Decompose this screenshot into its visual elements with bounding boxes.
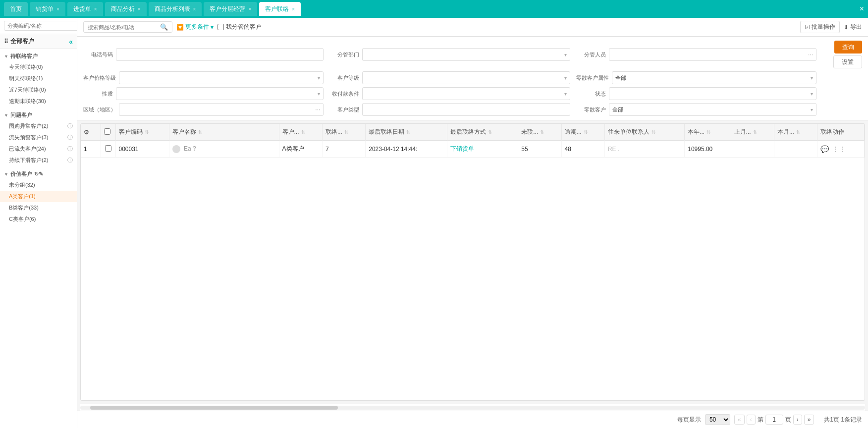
filter-bar: 🔍 🔽 更多条件 ▾ 我分管的客户 ☑ 批量操作 ⬇ 导出 (77, 18, 868, 37)
value-refresh-icon[interactable]: ↻ (34, 171, 39, 177)
my-customer-checkbox[interactable] (217, 24, 224, 30)
cell-checkbox (101, 141, 115, 158)
retail-attr-value: 全部 (615, 74, 626, 82)
more-filters-arrow: ▾ (211, 24, 214, 31)
col-last-method-sort-icon[interactable]: ⇅ (488, 129, 492, 135)
dept-field: 分管部门 ▾ (329, 48, 570, 61)
nav-tab-sales[interactable]: 销货单 × (30, 2, 65, 16)
col-settings[interactable]: ⚙ (81, 124, 101, 141)
row-checkbox[interactable] (105, 145, 111, 152)
close-all-button[interactable]: × (860, 4, 864, 13)
status-arrow-icon: ▾ (811, 91, 813, 97)
status-select[interactable]: ▾ (609, 87, 816, 100)
cell-level: A类客户 (279, 141, 322, 158)
current-page-input[interactable] (765, 415, 783, 425)
nav-tab-goods-analysis[interactable]: 商品分析 × (105, 2, 147, 16)
sidebar-item-declining[interactable]: 持续下滑客户(2) ⓘ (0, 155, 77, 166)
close-customer-segment-icon[interactable]: × (248, 6, 251, 12)
customer-type-input[interactable] (362, 103, 570, 116)
close-goods-analysis-icon[interactable]: × (138, 6, 141, 12)
sidebar-item-churned[interactable]: 已流失客户(24) ⓘ (0, 143, 77, 155)
dept-select[interactable]: ▾ (362, 48, 570, 61)
nature-select[interactable]: ▾ (116, 87, 324, 100)
sidebar-item-b-class[interactable]: B类客户(33) (0, 202, 77, 214)
sidebar-item-a-class[interactable]: A类客户(1) (0, 191, 77, 202)
nav-tab-goods-analysis-list[interactable]: 商品分析列表 × (149, 2, 202, 16)
more-action-icon[interactable]: ⋮⋮ (832, 145, 846, 153)
batch-action-button[interactable]: ☑ 批量操作 (800, 21, 840, 33)
churned-info-icon: ⓘ (67, 145, 73, 153)
sidebar-collapse-icon[interactable]: « (69, 38, 73, 46)
sidebar-item-ungrouped[interactable]: 未分组(32) (0, 179, 77, 191)
row-contact: 7 (326, 146, 329, 153)
sidebar-item-tomorrow[interactable]: 明天待联络(1) (0, 73, 77, 84)
col-this-year-sort-icon[interactable]: ⇅ (706, 129, 710, 135)
settings-gear-icon[interactable]: ⚙ (84, 129, 89, 136)
nav-tab-customer-contact[interactable]: 客户联络 × (259, 2, 301, 16)
sidebar-item-c-class[interactable]: C类客户(6) (0, 214, 77, 225)
next-page-button[interactable]: › (793, 415, 802, 425)
settings-button[interactable]: 设置 (833, 55, 862, 68)
chat-action-icon[interactable]: 💬 (820, 145, 829, 153)
row-last-method-link[interactable]: 下销货单 (450, 145, 474, 152)
col-visit-header: 往来单位联系人 ⇅ (604, 124, 684, 141)
col-action-label: 联络动作 (820, 128, 844, 135)
nav-tab-home[interactable]: 首页 (4, 2, 28, 16)
col-visit-sort-icon[interactable]: ⇅ (651, 129, 655, 135)
payment-field: 收付款条件 ▾ (329, 87, 570, 100)
select-all-checkbox[interactable] (104, 128, 110, 135)
nav-tab-purchase[interactable]: 进货单 × (67, 2, 103, 16)
sidebar-item-overdue[interactable]: 逾期未联络(30) (0, 96, 77, 107)
sidebar-item-7days[interactable]: 近7天待联络(0) (0, 84, 77, 96)
close-customer-contact-icon[interactable]: × (292, 6, 295, 12)
row-level: A类客户 (282, 145, 304, 152)
prev-page-button[interactable]: ‹ (747, 415, 756, 425)
col-last-date-sort-icon[interactable]: ⇅ (406, 129, 410, 135)
nav-tab-customer-segment[interactable]: 客户分层经营 × (204, 2, 257, 16)
value-edit-icon[interactable]: ✎ (39, 171, 43, 177)
page-label: 页 (785, 416, 791, 424)
price-level-select[interactable]: ▾ (119, 71, 324, 84)
sidebar-item-today[interactable]: 今天待联络(0) (0, 61, 77, 73)
col-level-sort-icon[interactable]: ⇅ (301, 129, 305, 135)
col-last-month-sort-icon[interactable]: ⇅ (753, 129, 757, 135)
col-visit-label: 往来单位联系人 (608, 128, 650, 136)
nature-field: 性质 ▾ (83, 87, 324, 100)
more-filters-button[interactable]: 🔽 更多条件 ▾ (176, 23, 214, 31)
col-name-sort-icon[interactable]: ⇅ (198, 129, 202, 135)
close-purchase-icon[interactable]: × (94, 6, 97, 12)
c-class-label: C类客户(6) (9, 215, 36, 223)
payment-select[interactable]: ▾ (362, 87, 570, 100)
col-uncontacted-sort-icon[interactable]: ⇅ (540, 129, 544, 135)
manager-input[interactable]: ··· (609, 48, 816, 61)
phone-input[interactable] (116, 48, 324, 61)
sidebar-item-hoarding[interactable]: 囤购异常客户(2) ⓘ (0, 120, 77, 132)
main-search-icon[interactable]: 🔍 (160, 23, 168, 31)
export-button[interactable]: ⬇ 导出 (844, 23, 862, 31)
col-contact-sort-icon[interactable]: ⇅ (344, 129, 348, 135)
scroll-thumb[interactable] (90, 406, 338, 410)
region-input[interactable]: ··· (119, 103, 324, 116)
cell-index: 1 (81, 141, 101, 158)
col-code-sort-icon[interactable]: ⇅ (145, 129, 149, 135)
retail-attr-select[interactable]: 全部 ▾ (612, 71, 816, 84)
home-label: 首页 (10, 5, 22, 13)
close-sales-icon[interactable]: × (56, 6, 59, 12)
scroll-track[interactable] (80, 406, 865, 410)
close-goods-analysis-list-icon[interactable]: × (193, 6, 196, 12)
first-page-button[interactable]: « (734, 415, 745, 425)
batch-checkbox-icon: ☑ (805, 24, 810, 31)
sidebar: 🔍 ⠿ 全部客户 « ▼ 待联络客户 今天待联络(0) 明天待联络(1) 近7天… (0, 18, 77, 428)
col-overdue-sort-icon[interactable]: ⇅ (584, 129, 588, 135)
query-button[interactable]: 查询 (834, 41, 862, 54)
last-page-button[interactable]: » (804, 415, 814, 425)
main-search-input[interactable] (88, 24, 160, 30)
page-size-select[interactable]: 20 50 100 (705, 414, 730, 425)
col-this-month-sort-icon[interactable]: ⇅ (796, 129, 800, 135)
sidebar-search-input[interactable] (4, 21, 77, 31)
retail-customer-select[interactable]: 全部 ▾ (609, 103, 816, 116)
total-records-text: 共1页 1条记录 (824, 416, 862, 424)
customer-level-select[interactable]: ▾ (362, 71, 570, 84)
sidebar-item-churn-warning[interactable]: 流失预警客户(3) ⓘ (0, 132, 77, 143)
col-action-header: 联络动作 (817, 124, 865, 141)
